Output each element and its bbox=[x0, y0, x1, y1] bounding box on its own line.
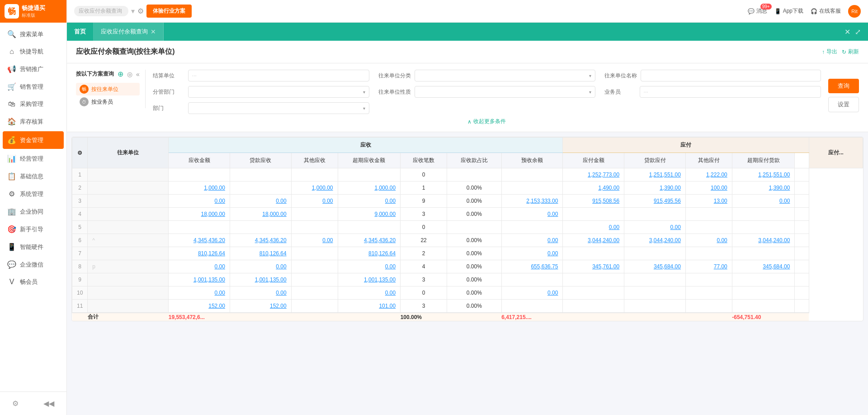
export-button[interactable]: ↑ 导出 bbox=[822, 48, 837, 56]
th-ar-amount: 应收金额 bbox=[169, 153, 230, 168]
page-header-actions: ↑ 导出 ↻ 刷新 bbox=[822, 48, 859, 56]
table-sub-header: 应收金额 贷款应收 其他应收 超期应收金额 应收笔数 应收款占比 预收余额 应付… bbox=[72, 153, 863, 168]
th-settings[interactable]: ⚙ bbox=[72, 138, 88, 168]
th-ar-ratio: 应收款占比 bbox=[447, 153, 501, 168]
app-icon: 📱 bbox=[774, 8, 781, 14]
member-icon: V bbox=[7, 278, 16, 286]
basicinfo-icon: 📋 bbox=[7, 172, 16, 181]
sidebar-settings-btn[interactable]: ⚙ bbox=[9, 396, 21, 410]
partner-name-input[interactable] bbox=[641, 70, 821, 81]
sidebar-item-inventory[interactable]: 🏠 库存核算 bbox=[0, 113, 66, 130]
finance-icon: 💰 bbox=[7, 136, 16, 144]
table-footer: 合计 19,553,472,6... 100.00% 6,417,215....… bbox=[72, 313, 863, 321]
wechat-icon: 💬 bbox=[7, 260, 16, 269]
th-ap-loan: 贷款应付 bbox=[624, 153, 686, 168]
query-button[interactable]: 查询 bbox=[828, 79, 859, 93]
sidebar-item-sysmanage[interactable]: ⚙ 系统管理 bbox=[0, 185, 66, 203]
search-menu-icon: 🔍 bbox=[7, 30, 16, 38]
th-ar-overdue: 超期应收金额 bbox=[338, 153, 401, 168]
table-row: 500.000.00 bbox=[72, 221, 863, 234]
refresh-button[interactable]: ↻ 刷新 bbox=[842, 48, 859, 56]
th-ap-amount: 应付金额 bbox=[563, 153, 624, 168]
table-group-header: ⚙ 往来单位 应收 应付 应付... bbox=[72, 138, 863, 153]
salesperson-input[interactable]: ··· bbox=[640, 86, 821, 98]
close-window-icon[interactable]: ✕ bbox=[844, 28, 850, 36]
scheme-partner-icon: 畅 bbox=[80, 85, 89, 94]
sidebar-logo: 畅 畅捷通买 标准版 bbox=[0, 0, 66, 23]
collapse-scheme-btn[interactable]: « bbox=[136, 71, 140, 78]
table-area: ⚙ 往来单位 应收 应付 应付... 应收金额 贷款应收 其他应收 超期应收金额… bbox=[67, 132, 868, 415]
sidebar-item-member[interactable]: V 畅会员 bbox=[0, 273, 66, 291]
sidebar-collapse-btn[interactable]: ◀◀ bbox=[41, 396, 57, 410]
online-service-action[interactable]: 🎧 在线客服 bbox=[811, 7, 841, 15]
th-ar-advance: 预收余额 bbox=[501, 153, 563, 168]
table-row: 30.000.000.000.0090.00%2,153,333.00915,5… bbox=[72, 195, 863, 208]
th-ap-other: 其他应付 bbox=[685, 153, 732, 168]
sidebar-item-search[interactable]: 🔍 搜索菜单 bbox=[0, 25, 66, 43]
sidebar-item-finance[interactable]: 💰 资金管理 bbox=[3, 131, 64, 149]
query-bar-title-row: 按以下方案查询 ⊕ ◎ « bbox=[76, 70, 140, 78]
promo-button[interactable]: 体验行业方案 bbox=[146, 5, 192, 18]
th-ap-more: 应付... bbox=[809, 138, 863, 168]
marketing-icon: 📢 bbox=[7, 65, 16, 73]
maximize-window-icon[interactable]: ⤢ bbox=[855, 28, 861, 36]
query-panel: 按以下方案查询 ⊕ ◎ « 畅 按往来单位 ⏱ 按业务员 bbox=[67, 63, 868, 132]
tab-home[interactable]: 首页 bbox=[67, 23, 94, 41]
hardware-icon: 📱 bbox=[7, 243, 16, 251]
sidebar-item-marketing[interactable]: 📢 营销推广 bbox=[0, 60, 66, 78]
logo-icon: 畅 bbox=[5, 4, 19, 19]
sidebar-item-enterprise[interactable]: 🏢 企业协同 bbox=[0, 203, 66, 220]
user-avatar[interactable]: Rit bbox=[848, 5, 861, 18]
th-ap-overdue: 超期应付货款 bbox=[732, 153, 795, 168]
partner-category-input[interactable]: ▾ bbox=[415, 70, 595, 81]
field-partner-nature: 往来单位性质 ▾ bbox=[378, 86, 595, 98]
chevron-down-icon[interactable]: ▾ bbox=[131, 7, 135, 15]
message-icon: 💬 bbox=[748, 8, 755, 14]
dept-manage-input[interactable]: ▾ bbox=[188, 86, 369, 98]
topbar-gear-icon[interactable]: ⚙ bbox=[137, 7, 144, 15]
table-row: 418,000.0018,000.009,000.0030.00%0.00 bbox=[72, 208, 863, 221]
inventory-icon: 🏠 bbox=[7, 117, 16, 126]
add-scheme-btn[interactable]: ⊕ bbox=[118, 70, 123, 78]
sidebar-item-sales[interactable]: 🛒 销售管理 bbox=[0, 78, 66, 95]
sidebar-item-purchase[interactable]: 🛍 采购管理 bbox=[0, 95, 66, 113]
topbar-breadcrumb: 应收应付余额查询 bbox=[74, 6, 128, 16]
th-partner: 往来单位 bbox=[88, 138, 169, 168]
table-row: 11152.00152.00101.0030.00% bbox=[72, 300, 863, 313]
sidebar-item-bizmanage[interactable]: 📊 经营管理 bbox=[0, 150, 66, 167]
settings-scheme-btn[interactable]: ◎ bbox=[127, 71, 132, 78]
field-salesperson: 业务员 ··· bbox=[604, 86, 821, 98]
collapse-conditions-btn[interactable]: ∧ 收起更多条件 bbox=[467, 118, 506, 125]
sidebar-item-wechat[interactable]: 💬 企业微信 bbox=[0, 256, 66, 273]
settlement-unit-input[interactable]: ··· bbox=[188, 70, 369, 81]
query-title: 按以下方案查询 bbox=[76, 70, 114, 78]
dept-input[interactable]: ▾ bbox=[188, 102, 369, 114]
table-row: 6^4,345,436.204,345,436.200.004,345,436.… bbox=[72, 234, 863, 247]
guide-icon: 🎯 bbox=[7, 225, 16, 234]
field-settlement-unit: 结算单位 ··· bbox=[153, 70, 369, 81]
export-icon: ↑ bbox=[822, 49, 825, 55]
sidebar-item-guide[interactable]: 🎯 新手引导 bbox=[0, 220, 66, 238]
sidebar-menu: 🔍 搜索菜单 ⌂ 快捷导航 📢 营销推广 🛒 销售管理 🛍 采购管理 🏠 库存核… bbox=[0, 23, 66, 391]
topbar-actions: 💬 消息 99+ 📱 App下载 🎧 在线客服 Rit bbox=[748, 5, 861, 18]
app-download-action[interactable]: 📱 App下载 bbox=[774, 7, 803, 15]
sidebar-item-hardware[interactable]: 📱 智能硬件 bbox=[0, 238, 66, 256]
tab-window-controls: ✕ ⤢ bbox=[844, 28, 868, 36]
table-row: 91,001,135.001,001,135.001,001,135.0030.… bbox=[72, 273, 863, 286]
tab-arbalance[interactable]: 应收应付余额查询 ✕ bbox=[94, 23, 164, 41]
sidebar-item-basicinfo[interactable]: 📋 基础信息 bbox=[0, 167, 66, 185]
table-row: 100.000.000.0000.00%0.00 bbox=[72, 286, 863, 300]
scheme-staff-label: 按业务员 bbox=[91, 98, 113, 106]
scheme-partner[interactable]: 畅 按往来单位 bbox=[76, 83, 140, 95]
scheme-staff[interactable]: ⏱ 按业务员 bbox=[76, 95, 140, 108]
service-icon: 🎧 bbox=[811, 8, 817, 14]
sidebar-item-quicknav[interactable]: ⌂ 快捷导航 bbox=[0, 43, 66, 60]
partner-nature-input[interactable]: ▾ bbox=[415, 86, 595, 98]
message-action[interactable]: 💬 消息 99+ bbox=[748, 7, 767, 15]
bizmanage-icon: 📊 bbox=[7, 154, 16, 163]
query-settings-button[interactable]: 设置 bbox=[828, 97, 859, 112]
tab-close-btn[interactable]: ✕ bbox=[151, 28, 156, 35]
table-row: 101,252,773.001,251,551.001,222.001,251,… bbox=[72, 168, 863, 181]
data-table-wrapper: ⚙ 往来单位 应收 应付 应付... 应收金额 贷款应收 其他应收 超期应收金额… bbox=[71, 137, 863, 321]
tab-bar: 首页 应收应付余额查询 ✕ ✕ ⤢ bbox=[67, 23, 868, 41]
